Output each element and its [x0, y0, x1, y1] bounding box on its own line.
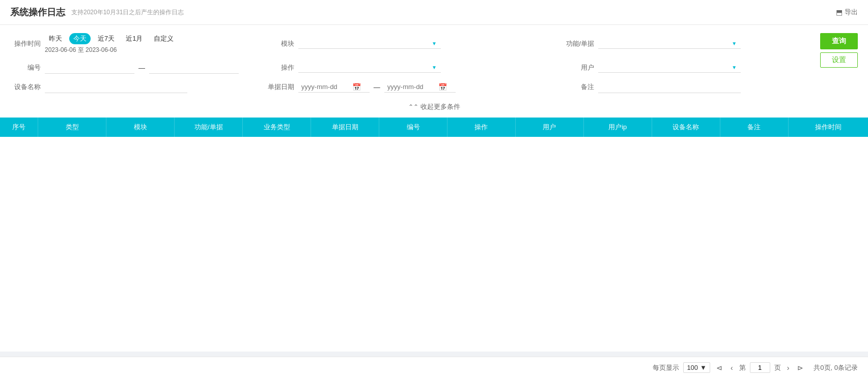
scrollbar-area[interactable]: [0, 352, 868, 357]
page-number-input[interactable]: [750, 362, 770, 373]
col-user: 用户: [516, 118, 584, 137]
page-container: 系统操作日志 支持2020年10月31日之后产生的操作日志 ⬒ 导出 操作时间 …: [0, 0, 868, 378]
col-user-ip: 用户ip: [584, 118, 652, 137]
user-filter-col: 用户 ▼: [564, 63, 797, 73]
device-label: 设备名称: [10, 82, 41, 92]
col-doc-date: 单据日期: [311, 118, 379, 137]
first-page-button[interactable]: ⊲: [714, 363, 724, 373]
time-filter-col: 操作时间 昨天 今天 近7天 近1月 自定义 2023-06-06 至 2023…: [10, 33, 243, 54]
page-subtitle: 支持2020年10月31日之后产生的操作日志: [71, 8, 184, 17]
col-device: 设备名称: [652, 118, 720, 137]
operation-label: 操作: [264, 63, 294, 72]
date-to-input[interactable]: [387, 83, 438, 91]
number-filter-col: 编号 —: [10, 62, 243, 74]
date-dash: —: [374, 83, 380, 91]
time-filter-group: 昨天 今天 近7天 近1月 自定义 2023-06-06 至 2023-06-0…: [45, 33, 178, 54]
remark-label: 备注: [564, 82, 594, 92]
func-label: 功能/单据: [564, 39, 594, 48]
table-area: 序号 类型 模块 功能/单据 业务类型 单据日期 编号 操作 用户 用户ip 设…: [0, 118, 868, 352]
page-header: 系统操作日志 支持2020年10月31日之后产生的操作日志 ⬒ 导出: [0, 0, 868, 25]
col-seq: 序号: [0, 118, 38, 137]
time-range-display: 2023-06-06 至 2023-06-06: [45, 46, 178, 54]
date-filter-col: 单据日期 📅 — 📅: [264, 82, 543, 93]
date-label: 单据日期: [264, 82, 294, 92]
user-select[interactable]: ▼: [598, 63, 741, 73]
col-module: 模块: [106, 118, 175, 137]
date-from-wrap: 📅: [298, 82, 370, 93]
col-biz-type: 业务类型: [243, 118, 311, 137]
table-header: 序号 类型 模块 功能/单据 业务类型 单据日期 编号 操作 用户 用户ip 设…: [0, 118, 868, 137]
collapse-row: ⌃⌃ 收起更多条件: [10, 100, 858, 113]
operation-select[interactable]: ▼: [298, 63, 441, 73]
filter-row-1: 操作时间 昨天 今天 近7天 近1月 自定义 2023-06-06 至 2023…: [10, 33, 858, 54]
export-label: 导出: [845, 8, 858, 17]
filter-row-3: 设备名称 单据日期 📅 — 📅 备注: [10, 81, 858, 93]
col-operation: 操作: [447, 118, 516, 137]
export-icon: ⬒: [836, 8, 843, 16]
time-btns: 昨天 今天 近7天 近1月 自定义: [45, 33, 178, 44]
col-number: 编号: [379, 118, 447, 137]
collapse-icon: ⌃⌃: [408, 103, 418, 110]
time-btn-yesterday[interactable]: 昨天: [45, 33, 66, 44]
per-page-select[interactable]: 100 ▼: [683, 362, 710, 373]
date-from-input[interactable]: [301, 83, 352, 91]
page-title: 系统操作日志: [10, 6, 65, 18]
col-func: 功能/单据: [175, 118, 243, 137]
remark-filter-col: 备注: [564, 81, 797, 93]
device-input[interactable]: [45, 81, 187, 93]
number-from-input[interactable]: [45, 62, 134, 74]
time-btn-7days[interactable]: 近7天: [94, 33, 119, 44]
module-filter-col: 模块 ▼: [264, 39, 543, 49]
user-label: 用户: [564, 63, 594, 72]
number-to-input[interactable]: [149, 62, 239, 74]
page-label: 第: [739, 363, 746, 372]
col-type: 类型: [38, 118, 106, 137]
query-button[interactable]: 查询: [820, 33, 858, 49]
filter-row-2: 编号 — 操作 ▼ 用户 ▼: [10, 62, 858, 74]
time-btn-1month[interactable]: 近1月: [122, 33, 147, 44]
action-buttons: 查询 设置: [820, 33, 858, 68]
user-chevron-icon: ▼: [732, 65, 737, 70]
time-label: 操作时间: [10, 39, 41, 48]
func-filter-col: 功能/单据 ▼: [564, 39, 797, 49]
per-page-chevron-icon: ▼: [700, 364, 707, 371]
func-chevron-icon: ▼: [732, 41, 737, 46]
func-select[interactable]: ▼: [598, 39, 741, 49]
pagination-bar: 每页显示 100 ▼ ⊲ ‹ 第 页 › ⊳ 共0页, 0条记录: [0, 357, 868, 378]
col-remark: 备注: [720, 118, 789, 137]
collapse-label: 收起更多条件: [421, 102, 460, 111]
last-page-button[interactable]: ⊳: [795, 363, 805, 373]
export-button[interactable]: ⬒ 导出: [836, 8, 858, 17]
prev-page-button[interactable]: ‹: [729, 363, 735, 373]
page-unit: 页: [774, 363, 781, 372]
table-body: [0, 137, 868, 310]
per-page-label: 每页显示: [653, 363, 679, 372]
calendar-from-icon[interactable]: 📅: [352, 83, 361, 91]
module-label: 模块: [264, 39, 294, 48]
filter-section: 操作时间 昨天 今天 近7天 近1月 自定义 2023-06-06 至 2023…: [0, 25, 868, 118]
next-page-button[interactable]: ›: [785, 363, 792, 373]
settings-button[interactable]: 设置: [820, 52, 858, 68]
date-to-wrap: 📅: [384, 82, 456, 93]
time-btn-custom[interactable]: 自定义: [150, 33, 178, 44]
module-chevron-icon: ▼: [432, 41, 437, 46]
total-text: 共0页, 0条记录: [814, 363, 858, 372]
time-btn-today[interactable]: 今天: [69, 33, 91, 44]
calendar-to-icon[interactable]: 📅: [438, 83, 447, 91]
collapse-button[interactable]: ⌃⌃ 收起更多条件: [402, 100, 466, 113]
number-dash: —: [138, 64, 145, 72]
device-filter-col: 设备名称: [10, 81, 243, 93]
remark-input[interactable]: [598, 81, 741, 93]
module-select[interactable]: ▼: [298, 39, 441, 49]
number-label: 编号: [10, 63, 41, 72]
per-page-value: 100: [687, 364, 698, 371]
col-op-time: 操作时间: [789, 118, 868, 137]
operation-filter-col: 操作 ▼: [264, 63, 543, 73]
operation-chevron-icon: ▼: [432, 65, 437, 70]
